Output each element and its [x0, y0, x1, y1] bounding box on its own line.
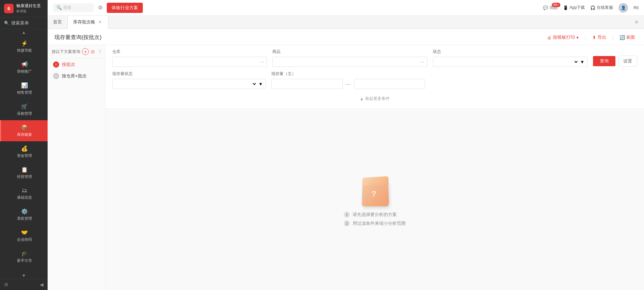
- sidebar-item-purchase[interactable]: 🛒 采购管理: [0, 99, 48, 120]
- newbie-icon: 🎓: [21, 250, 28, 257]
- query-btn[interactable]: 查询: [593, 56, 615, 66]
- sidebar-item-basic[interactable]: 🗂 基础信息: [0, 183, 48, 204]
- sidebar-label-operations: 经营管理: [17, 174, 32, 179]
- export-btn[interactable]: ⬆ 导出: [590, 33, 608, 42]
- filter-row-1: 仓库 ··· 商品 ···: [112, 49, 637, 67]
- print-template-label: 按模板打印: [553, 34, 575, 40]
- experience-btn[interactable]: 体验行业方案: [107, 3, 143, 13]
- filter-status-select[interactable]: [436, 59, 579, 65]
- export-icon: ⬆: [592, 35, 596, 40]
- sidebar-item-newbie[interactable]: 🎓 新手引导: [0, 246, 48, 267]
- content-body: 按以下方案查询 + ⊙ 《 ⊙ 按批次: [48, 45, 644, 290]
- filter-product-input-wrapper[interactable]: ···: [272, 57, 427, 67]
- sidebar-item-inventory[interactable]: 📦 库存核算: [0, 120, 48, 141]
- topbar-actions: 💬 消息 99+ 📱 App下载 🎧 在线客服 👤 Rit: [543, 3, 639, 13]
- phone-icon: 📱: [563, 5, 568, 10]
- filter-stock-qty-to-wrapper[interactable]: [354, 79, 425, 89]
- sidebar-label-system: 系统管理: [17, 216, 32, 221]
- right-panel: 仓库 ··· 商品 ···: [105, 45, 644, 290]
- tab-inventory-batch[interactable]: 库存批次账 ✕: [68, 16, 108, 29]
- filter-warehouse-more[interactable]: ···: [260, 59, 264, 65]
- filter-action-area: 查询 设置: [593, 56, 637, 67]
- sidebar-label-finance: 资金管理: [17, 153, 32, 158]
- sidebar-item-app-center[interactable]: 📱 应用中心: [0, 267, 48, 272]
- empty-box: ?: [362, 182, 389, 206]
- app-download-label: App下载: [570, 5, 585, 11]
- sales-icon: 📊: [21, 82, 28, 89]
- sidebar-label-basic: 基础信息: [17, 195, 32, 200]
- enterprise-icon: 🤝: [21, 229, 28, 236]
- sidebar-item-quick-nav[interactable]: ⚡ 快捷导航: [0, 36, 48, 57]
- filter-status-select-wrapper[interactable]: ▼: [433, 57, 588, 67]
- app-download-action[interactable]: 📱 App下载: [563, 5, 585, 11]
- user-avatar[interactable]: 👤: [618, 3, 628, 13]
- empty-box-top: [362, 176, 389, 185]
- scheme-item-by-warehouse-batch[interactable]: ⊙ 按仓库+批次: [48, 70, 105, 82]
- filter-product-input[interactable]: [275, 59, 419, 65]
- sidebar-label-purchase: 采购管理: [17, 111, 32, 116]
- sidebar-item-operations[interactable]: 📋 经营管理: [0, 162, 48, 183]
- add-scheme-btn[interactable]: +: [82, 48, 89, 55]
- export-label: 导出: [597, 34, 606, 40]
- filter-area: 仓库 ··· 商品 ···: [105, 45, 644, 109]
- tip-num-1: 1: [344, 212, 350, 218]
- tab-close-inventory-batch[interactable]: ✕: [97, 19, 103, 25]
- filter-product-more[interactable]: ···: [420, 59, 424, 65]
- messages-action[interactable]: 💬 消息 99+: [543, 5, 558, 11]
- collapse-up-icon: ▲: [360, 96, 364, 101]
- brand-name: 畅康通好生意: [16, 3, 41, 9]
- operations-icon: 📋: [21, 166, 28, 173]
- filter-stock-qty-from-wrapper[interactable]: [271, 79, 343, 89]
- quick-nav-icon: ⚡: [21, 40, 28, 47]
- settings-scheme-btn[interactable]: ⊙: [91, 49, 95, 54]
- collapse-panel-btn[interactable]: 《: [97, 49, 101, 55]
- scheme-item-by-batch[interactable]: ⊙ 按批次: [48, 59, 105, 70]
- empty-question-mark: ?: [371, 189, 376, 199]
- tip-text-2: 用过滤条件来缩小分析范围: [353, 220, 406, 226]
- online-service-action[interactable]: 🎧 在线客服: [590, 5, 613, 11]
- filter-stock-qty-to[interactable]: [357, 81, 422, 87]
- settings-icon[interactable]: ⚙: [4, 282, 9, 287]
- topbar-search-box[interactable]: 🔍 搜索: [53, 3, 94, 12]
- sidebar-scroll-down[interactable]: ▼: [0, 272, 48, 279]
- tab-home-label: 首页: [53, 19, 62, 25]
- topbar-search-icon: 🔍: [56, 5, 62, 10]
- filter-stock-qty-from[interactable]: [274, 81, 340, 87]
- left-panel-actions: + ⊙ 《: [82, 48, 101, 55]
- message-icon: 💬: [543, 5, 548, 10]
- collapse-label: 收起更多条件: [365, 96, 390, 102]
- topbar-gear-icon[interactable]: ⚙: [98, 4, 103, 11]
- collapse-icon[interactable]: ◀: [40, 282, 44, 287]
- refresh-icon: 🔄: [620, 35, 625, 40]
- empty-icon: ?: [358, 172, 392, 206]
- refresh-btn[interactable]: 🔄 刷新: [617, 33, 637, 42]
- sidebar-scroll-up[interactable]: ▲: [0, 29, 48, 36]
- refresh-label: 刷新: [626, 34, 635, 40]
- left-panel: 按以下方案查询 + ⊙ 《 ⊙ 按批次: [48, 45, 105, 290]
- sidebar-item-system[interactable]: ⚙️ 系统管理: [0, 204, 48, 225]
- filter-warehouse-input[interactable]: [115, 59, 259, 65]
- sidebar-item-marketing[interactable]: 📢 营销推广: [0, 57, 48, 78]
- tab-bar-close[interactable]: ✕: [629, 17, 644, 28]
- sidebar-label-newbie: 新手引导: [17, 258, 32, 263]
- sidebar-header: 6 畅康通好生意 标准版: [0, 0, 48, 17]
- settings-btn[interactable]: 设置: [618, 56, 637, 67]
- filter-stock-status-select-wrapper[interactable]: ▼: [112, 79, 266, 89]
- sidebar-item-sales[interactable]: 📊 销售管理: [0, 78, 48, 99]
- sidebar-label-enterprise: 企业协同: [17, 237, 32, 242]
- sidebar-search[interactable]: 🔍 搜索菜单: [0, 17, 48, 29]
- sidebar: 6 畅康通好生意 标准版 🔍 搜索菜单 ▲ ⚡ 快捷导航 📢 营销推广 📊 销售…: [0, 0, 48, 290]
- username-label[interactable]: Rit: [633, 5, 639, 10]
- messages-badge: 99+: [552, 3, 560, 7]
- search-label: 搜索菜单: [11, 20, 29, 26]
- tab-home[interactable]: 首页: [48, 16, 68, 29]
- sidebar-item-finance[interactable]: 💰 资金管理: [0, 141, 48, 162]
- filter-warehouse-input-wrapper[interactable]: ···: [112, 57, 267, 67]
- sidebar-item-enterprise[interactable]: 🤝 企业协同: [0, 225, 48, 246]
- print-template-btn[interactable]: 🖨 按模板打印 ▾: [545, 33, 581, 42]
- collapse-more-btn[interactable]: ▲ 收起更多条件: [112, 93, 637, 104]
- filter-stock-status-select[interactable]: [115, 81, 257, 87]
- dropdown-icon: ▾: [576, 35, 579, 40]
- sidebar-label-inventory: 库存核算: [17, 132, 32, 137]
- filter-product-group: 商品 ···: [272, 49, 427, 67]
